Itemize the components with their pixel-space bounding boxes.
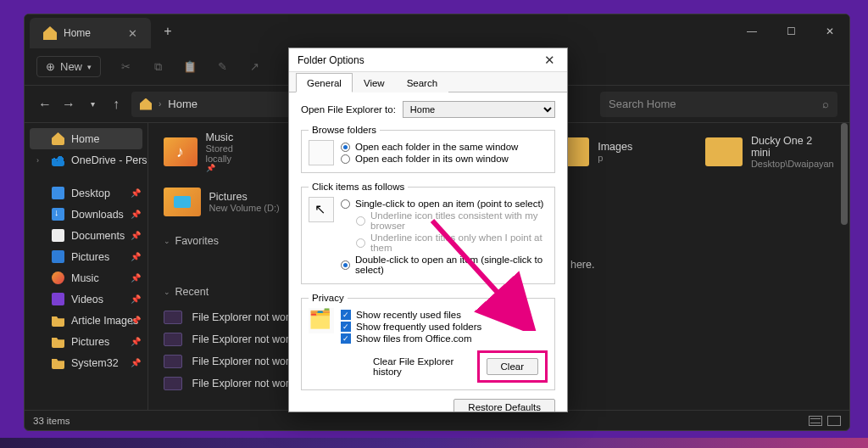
copy-icon[interactable]: ⧉ [150, 59, 165, 75]
browse-legend: Browse folders [309, 125, 380, 135]
chevron-down-icon: ⌄ [164, 288, 170, 296]
quick-sub: Desktop\Dwaipayan [751, 159, 834, 169]
share-icon[interactable]: ↗ [247, 59, 262, 75]
pin-icon: 📌 [131, 252, 141, 261]
radio-double-click[interactable]: Double-click to open an item (single-cli… [341, 255, 548, 275]
address-text: Home [168, 98, 198, 110]
home-icon [140, 98, 152, 110]
dialog-title: Folder Options [298, 54, 364, 66]
minimize-button[interactable]: — [732, 14, 771, 48]
paste-icon[interactable]: 📋 [182, 59, 198, 75]
open-explorer-select[interactable]: Home [403, 101, 555, 118]
radio-icon [341, 154, 350, 164]
document-icon [52, 229, 64, 242]
check-recent-files[interactable]: Show recently used files [341, 310, 548, 320]
file-icon [164, 333, 182, 346]
maximize-button[interactable]: ☐ [771, 14, 810, 48]
sidebar-label: Pictures [71, 251, 109, 263]
quick-item-pictures[interactable]: Pictures New Volume (D:) [164, 188, 280, 216]
browse-folders-group: Browse folders Open each folder in the s… [301, 125, 555, 173]
search-icon: ⌕ [822, 98, 829, 110]
tab-search[interactable]: Search [396, 73, 448, 92]
folder-icon [52, 356, 64, 369]
radio-label: Open each folder in the same window [355, 142, 518, 152]
pin-icon: 📌 [131, 210, 141, 219]
list-view-icon[interactable] [809, 416, 822, 426]
radio-single-click[interactable]: Single-click to open an item (point to s… [341, 199, 548, 209]
radio-label: Double-click to open an item (single-cli… [355, 255, 548, 275]
add-tab-button[interactable]: + [151, 14, 185, 48]
open-explorer-label: Open File Explorer to: [301, 104, 396, 115]
up-button[interactable]: ↑ [108, 97, 125, 112]
chevron-down-icon: ⌄ [164, 237, 170, 245]
clear-highlight-annotation: Clear [477, 350, 548, 383]
section-label: Recent [175, 286, 209, 298]
new-label: New [60, 60, 82, 73]
tab-title: Home [64, 27, 91, 39]
forward-button[interactable]: → [60, 97, 77, 112]
sidebar-item-onedrive[interactable]: ›OneDrive - Perso [25, 149, 147, 171]
sidebar-item-system32[interactable]: System32📌 [25, 352, 147, 373]
close-tab-icon[interactable]: ✕ [128, 27, 137, 40]
folder-icon [52, 314, 64, 327]
sidebar-item-videos[interactable]: Videos📌 [25, 288, 147, 310]
titlebar: Home ✕ + — ☐ ✕ [25, 14, 849, 48]
sidebar-item-pictures2[interactable]: Pictures📌 [25, 331, 147, 352]
checkbox-icon [341, 333, 351, 344]
sidebar-item-home[interactable]: Home [30, 128, 142, 149]
tab-general[interactable]: General [296, 73, 353, 92]
quick-item-ducky[interactable]: Ducky One 2 mini Desktop\Dwaipayan [705, 132, 834, 172]
sidebar-item-music[interactable]: Music📌 [25, 267, 147, 288]
check-office-files[interactable]: Show files from Office.com [341, 333, 548, 344]
sidebar-label: OneDrive - Perso [71, 154, 148, 166]
videos-icon [52, 293, 64, 305]
checkbox-icon [341, 310, 351, 320]
cut-icon[interactable]: ✂ [118, 59, 133, 75]
sidebar-label: Pictures [71, 336, 109, 348]
pin-icon: 📌 [131, 188, 141, 198]
radio-icon [356, 216, 365, 226]
check-label: Show recently used files [356, 310, 461, 320]
restore-defaults-button[interactable]: Restore Defaults [453, 399, 555, 412]
sidebar-item-desktop[interactable]: Desktop📌 [25, 182, 147, 204]
tab-home[interactable]: Home ✕ [30, 18, 151, 48]
window-icon [309, 140, 334, 165]
radio-underline-point: Underline icon titles only when I point … [356, 232, 548, 253]
click-legend: Click items as follows [309, 182, 408, 192]
chevron-right-icon: › [36, 156, 39, 165]
sidebar-item-documents[interactable]: Documents📌 [25, 225, 147, 246]
radio-label: Single-click to open an item (point to s… [355, 199, 543, 209]
radio-icon [341, 260, 350, 270]
privacy-icon: 🗂️ [309, 308, 334, 333]
folder-options-dialog: Folder Options ✕ General View Search Ope… [288, 48, 568, 412]
check-freq-folders[interactable]: Show frequently used folders [341, 322, 548, 332]
scrollbar-thumb[interactable] [841, 123, 848, 225]
new-button[interactable]: ⊕ New ▾ [36, 56, 101, 77]
rename-icon[interactable]: ✎ [214, 59, 230, 75]
clear-button[interactable]: Clear [487, 358, 538, 375]
search-input[interactable]: Search Home ⌕ [600, 92, 837, 117]
tab-view[interactable]: View [353, 73, 396, 92]
click-items-group: Click items as follows Single-click to o… [301, 182, 555, 284]
desktop-icon [52, 187, 64, 199]
dialog-tabs: General View Search [289, 72, 567, 92]
quick-title: Music [206, 132, 257, 143]
music-icon [52, 272, 64, 284]
close-icon[interactable]: ✕ [541, 53, 559, 68]
radio-label: Underline icon titles consistent with my… [370, 210, 548, 231]
quick-item-music[interactable]: Music Stored locally 📌 [164, 132, 257, 172]
radio-same-window[interactable]: Open each folder in the same window [341, 142, 548, 152]
grid-view-icon[interactable] [827, 416, 841, 426]
sidebar-item-downloads[interactable]: Downloads📌 [25, 204, 147, 225]
close-window-button[interactable]: ✕ [810, 14, 849, 48]
clear-history-label: Clear File Explorer history [373, 356, 477, 377]
sidebar-label: System32 [71, 357, 119, 369]
chevron-down-icon[interactable]: ▾ [84, 99, 101, 109]
pin-icon: 📌 [131, 231, 141, 240]
sidebar-item-pictures[interactable]: Pictures📌 [25, 246, 147, 267]
home-icon [43, 26, 57, 40]
radio-own-window[interactable]: Open each folder in its own window [341, 154, 548, 164]
sidebar-label: Article Images [71, 315, 138, 327]
sidebar-item-article-images[interactable]: Article Images📌 [25, 310, 147, 331]
back-button[interactable]: ← [36, 97, 53, 112]
